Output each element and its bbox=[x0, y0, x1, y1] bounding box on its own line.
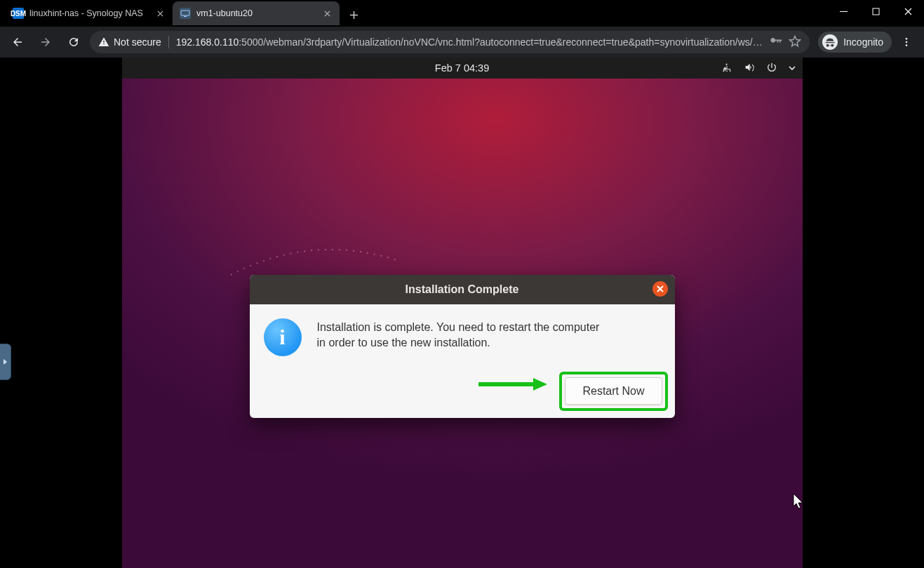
mouse-cursor-icon bbox=[793, 493, 803, 510]
svg-point-8 bbox=[729, 70, 730, 72]
incognito-icon bbox=[822, 34, 838, 50]
favicon-vnc-icon bbox=[180, 8, 191, 19]
separator bbox=[168, 36, 169, 48]
restart-now-button[interactable]: Restart Now bbox=[565, 377, 662, 405]
tab-strip: DSM linuxhint-nas - Synology NAS vm1-ubu… bbox=[6, 0, 363, 25]
svg-point-6 bbox=[723, 70, 724, 72]
browser-menu-button[interactable] bbox=[895, 30, 918, 54]
svg-point-4 bbox=[906, 41, 908, 43]
url-text: 192.168.0.110:5000/webman/3rdparty/Virtu… bbox=[176, 36, 763, 48]
tab-inactive[interactable]: DSM linuxhint-nas - Synology NAS bbox=[6, 1, 173, 25]
gnome-clock[interactable]: Feb 7 04:39 bbox=[435, 62, 489, 74]
page-content: Feb 7 04:39 Ins bbox=[0, 58, 924, 568]
tab-title: vm1-ubuntu20 bbox=[196, 8, 316, 18]
svg-rect-2 bbox=[184, 16, 187, 17]
security-indicator[interactable]: Not secure bbox=[98, 36, 161, 48]
dialog-close-button[interactable] bbox=[652, 281, 668, 297]
tab-title: linuxhint-nas - Synology NAS bbox=[29, 8, 149, 18]
dialog-message: Installation is complete. You need to re… bbox=[317, 320, 605, 350]
incognito-label: Incognito bbox=[843, 36, 883, 48]
toolbar-right: Incognito bbox=[814, 30, 918, 54]
power-icon bbox=[766, 62, 777, 75]
info-icon: i bbox=[264, 318, 302, 356]
tab-close-icon[interactable] bbox=[154, 8, 166, 19]
new-tab-button[interactable] bbox=[344, 5, 363, 25]
nav-reload-button[interactable] bbox=[62, 30, 86, 54]
dialog-body: i Installation is complete. You need to … bbox=[250, 304, 675, 372]
security-label: Not secure bbox=[114, 36, 161, 48]
svg-point-3 bbox=[906, 38, 908, 40]
volume-icon bbox=[744, 62, 755, 75]
dialog-titlebar[interactable]: Installation Complete bbox=[250, 275, 675, 304]
installation-complete-dialog: Installation Complete i Installation is … bbox=[250, 275, 675, 418]
browser-toolbar: Not secure 192.168.0.110:5000/webman/3rd… bbox=[0, 27, 924, 58]
tab-close-icon[interactable] bbox=[321, 8, 333, 19]
svg-rect-0 bbox=[873, 8, 879, 15]
vnc-sidebar-handle[interactable] bbox=[0, 344, 11, 380]
dialog-title: Installation Complete bbox=[406, 283, 519, 296]
warning-icon bbox=[98, 36, 109, 48]
chevron-down-icon bbox=[789, 62, 796, 74]
highlight-annotation: Restart Now bbox=[559, 372, 667, 411]
nav-back-button[interactable] bbox=[6, 30, 29, 54]
vm-desktop[interactable]: Feb 7 04:39 Ins bbox=[122, 58, 803, 568]
address-bar[interactable]: Not secure 192.168.0.110:5000/webman/3rd… bbox=[90, 31, 810, 53]
tab-active[interactable]: vm1-ubuntu20 bbox=[173, 1, 340, 25]
window-maximize-button[interactable] bbox=[859, 0, 892, 22]
svg-point-5 bbox=[906, 44, 908, 46]
window-close-button[interactable] bbox=[892, 0, 924, 22]
window-controls bbox=[827, 0, 924, 22]
svg-rect-1 bbox=[181, 11, 189, 15]
network-icon bbox=[721, 62, 732, 75]
favicon-dsm-icon: DSM bbox=[13, 8, 24, 19]
gnome-top-bar: Feb 7 04:39 bbox=[122, 58, 803, 79]
gnome-status-area[interactable] bbox=[721, 58, 796, 79]
dialog-button-row: Restart Now bbox=[250, 372, 675, 418]
window-minimize-button[interactable] bbox=[827, 0, 859, 22]
bookmark-star-icon[interactable] bbox=[789, 35, 801, 50]
svg-point-7 bbox=[726, 70, 728, 72]
nav-forward-button[interactable] bbox=[34, 30, 58, 54]
password-key-icon[interactable] bbox=[769, 34, 783, 50]
incognito-badge[interactable]: Incognito bbox=[818, 32, 892, 53]
